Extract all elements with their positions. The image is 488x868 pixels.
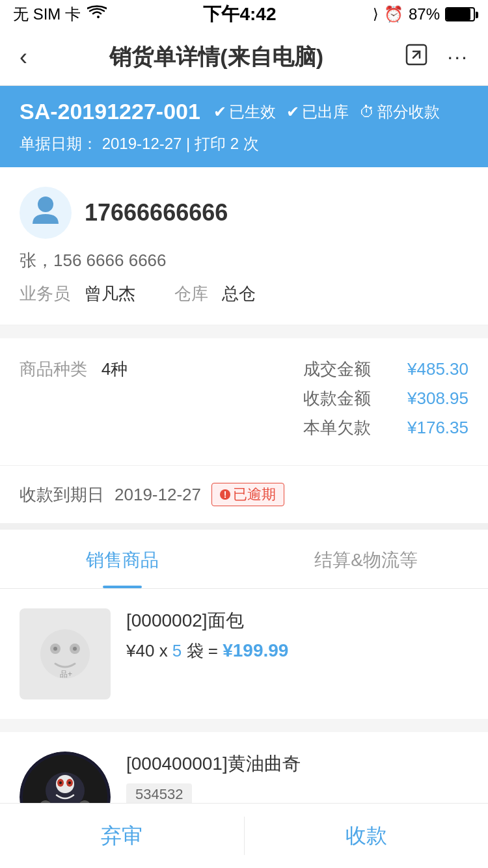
banner-row1: SA-20191227-001 ✔ 已生效 ✔ 已出库 ⏱ 部分收款 bbox=[20, 99, 468, 124]
salesperson-field: 业务员 曾凡杰 bbox=[20, 282, 135, 305]
due-date: 2019-12-27 bbox=[115, 485, 201, 505]
header-date: 2019-12-27 bbox=[102, 135, 182, 152]
equals-1: = bbox=[208, 641, 223, 660]
banner-date-row: 单据日期： 2019-12-27 | 打印 2 次 bbox=[20, 133, 468, 154]
avatar bbox=[20, 187, 72, 239]
svg-point-14 bbox=[68, 781, 71, 784]
salesperson-value: 曾凡杰 bbox=[85, 284, 135, 303]
svg-point-5 bbox=[53, 647, 57, 651]
back-button[interactable]: ‹ bbox=[20, 44, 27, 71]
status-partial-payment: ⏱ 部分收款 bbox=[359, 102, 440, 122]
owed-label: 本单欠款 bbox=[303, 416, 371, 439]
product-name-2: [000400001]黄油曲奇 bbox=[126, 752, 468, 776]
nav-actions: ··· bbox=[405, 44, 468, 70]
product-item-1: 品+ [0000002]面包 ¥40 x 5 袋 = ¥199.99 bbox=[0, 589, 488, 719]
bottom-bar: 弃审 收款 bbox=[0, 803, 488, 868]
customer-section: 17666666666 张，156 6666 6666 业务员 曾凡杰 仓库 总… bbox=[0, 167, 488, 325]
page-title: 销货单详情(来自电脑) bbox=[109, 42, 323, 72]
customer-name: 张，156 6666 6666 bbox=[20, 249, 468, 272]
carrier-label: 无 SIM 卡 bbox=[13, 4, 81, 25]
stats-right: 成交金额 ¥485.30 收款金额 ¥308.95 本单欠款 ¥176.35 bbox=[303, 358, 468, 446]
product-name-1: [0000002]面包 bbox=[126, 608, 468, 633]
svg-point-1 bbox=[38, 197, 53, 212]
order-number: SA-20191227-001 bbox=[20, 99, 200, 124]
total-1: ¥199.99 bbox=[223, 640, 288, 660]
person-icon bbox=[29, 193, 62, 233]
customer-main: 17666666666 bbox=[20, 187, 468, 239]
product-price-1: ¥40 x 5 袋 = ¥199.99 bbox=[126, 640, 468, 662]
product-type-label: 商品种类 bbox=[20, 359, 87, 379]
status-shipped: ✔ 已出库 bbox=[286, 102, 349, 122]
tab-sales-products[interactable]: 销售商品 bbox=[0, 530, 244, 588]
product-info-1: [0000002]面包 ¥40 x 5 袋 = ¥199.99 bbox=[126, 608, 468, 662]
product-sku-2: 534532 bbox=[126, 783, 192, 806]
alarm-icon: ⏰ bbox=[384, 5, 403, 23]
tabs: 销售商品 结算&物流等 bbox=[0, 530, 488, 589]
battery-icon bbox=[445, 7, 475, 21]
svg-point-6 bbox=[73, 647, 77, 651]
clock-icon: ⏱ bbox=[359, 103, 375, 121]
amount-row: 成交金额 ¥485.30 bbox=[303, 358, 468, 381]
overdue-text: 已逾期 bbox=[233, 485, 276, 504]
amount-value: ¥485.30 bbox=[390, 359, 468, 379]
status-left: 无 SIM 卡 bbox=[13, 4, 107, 25]
unit-1: 袋 bbox=[187, 641, 204, 660]
print-info: 打印 2 次 bbox=[195, 135, 259, 152]
warehouse-value: 总仓 bbox=[222, 284, 256, 303]
separator: | bbox=[186, 135, 195, 152]
multiply-1: x bbox=[159, 641, 172, 660]
tab-settlement[interactable]: 结算&物流等 bbox=[244, 530, 488, 588]
nav-bar: ‹ 销货单详情(来自电脑) ··· bbox=[0, 29, 488, 86]
product-image-1: 品+ bbox=[20, 608, 111, 699]
due-section: 收款到期日 2019-12-27 ! 已逾期 bbox=[0, 466, 488, 530]
wifi-icon bbox=[87, 5, 107, 23]
status-effective: ✔ 已生效 bbox=[213, 102, 276, 122]
date-label: 单据日期： bbox=[20, 135, 98, 152]
owed-value: ¥176.35 bbox=[390, 418, 468, 438]
location-icon: ⟩ bbox=[373, 6, 379, 23]
battery-percent: 87% bbox=[409, 5, 440, 23]
overdue-icon: ! bbox=[220, 489, 230, 500]
received-row: 收款金额 ¥308.95 bbox=[303, 387, 468, 410]
status-right: ⟩ ⏰ 87% bbox=[373, 5, 475, 23]
product-placeholder-1: 品+ bbox=[20, 608, 111, 699]
due-label: 收款到期日 bbox=[20, 483, 104, 506]
customer-meta: 业务员 曾凡杰 仓库 总仓 bbox=[20, 282, 468, 305]
owed-row: 本单欠款 ¥176.35 bbox=[303, 416, 468, 439]
qty-1: 5 bbox=[172, 641, 182, 660]
check-icon-2: ✔ bbox=[286, 103, 299, 121]
stats-section: 商品种类 4种 成交金额 ¥485.30 收款金额 ¥308.95 本单欠款 ¥… bbox=[0, 338, 488, 466]
product-type-value: 4种 bbox=[102, 359, 128, 379]
received-value: ¥308.95 bbox=[390, 388, 468, 409]
price-1: ¥40 bbox=[126, 641, 154, 660]
status-time: 下午4:42 bbox=[203, 2, 276, 27]
warehouse-field: 仓库 总仓 bbox=[174, 282, 256, 305]
received-label: 收款金额 bbox=[303, 387, 371, 410]
svg-text:品+: 品+ bbox=[60, 670, 72, 679]
share-icon[interactable] bbox=[405, 44, 427, 70]
stats-left: 商品种类 4种 bbox=[20, 358, 128, 446]
stats-grid: 商品种类 4种 成交金额 ¥485.30 收款金额 ¥308.95 本单欠款 ¥… bbox=[20, 358, 468, 446]
cancel-button[interactable]: 弃审 bbox=[0, 804, 244, 868]
header-banner: SA-20191227-001 ✔ 已生效 ✔ 已出库 ⏱ 部分收款 单据日期：… bbox=[0, 86, 488, 167]
status-bar: 无 SIM 卡 下午4:42 ⟩ ⏰ 87% bbox=[0, 0, 488, 29]
status-tags: ✔ 已生效 ✔ 已出库 ⏱ 部分收款 bbox=[213, 102, 440, 122]
check-icon-1: ✔ bbox=[213, 103, 226, 121]
svg-point-13 bbox=[59, 781, 62, 784]
customer-id[interactable]: 17666666666 bbox=[85, 199, 228, 226]
confirm-button[interactable]: 收款 bbox=[245, 804, 489, 868]
amount-label: 成交金额 bbox=[303, 358, 371, 381]
overdue-badge: ! 已逾期 bbox=[211, 483, 284, 506]
warehouse-label: 仓库 bbox=[174, 284, 208, 303]
salesperson-label: 业务员 bbox=[20, 284, 70, 303]
more-icon[interactable]: ··· bbox=[447, 45, 468, 69]
